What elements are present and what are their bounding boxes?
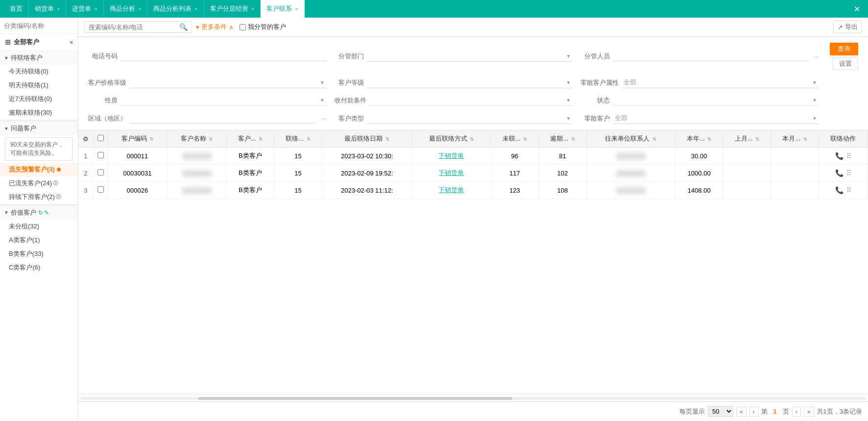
search-input[interactable] <box>89 24 179 31</box>
search-execute-icon[interactable]: 🔍 <box>179 23 188 31</box>
sidebar-item-declining[interactable]: 持续下滑客户(2) ⓪ <box>0 190 78 204</box>
sidebar-item-churned[interactable]: 已流失客户(24) ⓪ <box>0 176 78 190</box>
person-dots-btn[interactable]: ··· <box>814 53 819 60</box>
value-edit-icon[interactable]: ✎ <box>44 209 49 216</box>
table-row: 1 000011 B类客户 15 2023-03-02 10:30: 下销货单 … <box>78 148 868 165</box>
status-select[interactable]: ▼ <box>613 95 819 106</box>
th-last-month[interactable]: 上月... ⇅ <box>723 130 771 148</box>
sidebar-search-input[interactable] <box>4 22 78 29</box>
td-checkbox-1[interactable] <box>93 165 108 182</box>
th-contacts[interactable]: 往来单位联系人 ⇅ <box>586 130 675 148</box>
tab-purchase-order[interactable]: 进货单 × <box>66 0 103 18</box>
th-this-month[interactable]: 本月... ⇅ <box>771 130 819 148</box>
td-method-0[interactable]: 下销货单 <box>412 148 491 165</box>
per-page-select[interactable]: 50 20 100 <box>708 406 733 417</box>
grid-icon: ⊞ <box>5 38 11 46</box>
sidebar-collapse-icon[interactable]: « <box>70 39 73 46</box>
row-checkbox-0[interactable] <box>97 152 104 158</box>
first-page-btn[interactable]: « <box>736 407 747 417</box>
tab-close-purchase-order[interactable]: × <box>94 6 97 12</box>
th-last-contact-method[interactable]: 最后联络方式 ⇅ <box>412 130 491 148</box>
sidebar-item-today-pending[interactable]: 今天待联络(0) <box>0 65 78 78</box>
more-conditions-btn[interactable]: ▾ 更多条件 ∧ <box>196 23 234 31</box>
sidebar-item-churn-warning[interactable]: 流失预警客户(3) <box>0 163 78 176</box>
adv-filter-panel: 电话号码 分管部门 ▼ 分管人员 ··· 查询 设置 <box>78 37 868 130</box>
tab-close-sales-order[interactable]: × <box>57 6 60 12</box>
nature-select[interactable]: ▼ <box>121 95 327 106</box>
sidebar-section-problem[interactable]: ▼ 问题客户 <box>0 122 78 135</box>
sparse-customer-select[interactable]: 全部 ▼ <box>613 113 819 124</box>
sidebar-section-pending[interactable]: ▼ 待联络客户 <box>0 51 78 65</box>
th-gear[interactable]: ⚙ <box>78 130 93 148</box>
sidebar-item-class-c[interactable]: C类客户(6) <box>0 261 78 274</box>
tab-sales-order[interactable]: 销货单 × <box>29 0 66 18</box>
sidebar-item-class-a[interactable]: A类客户(1) <box>0 233 78 247</box>
sidebar-item-ungrouped[interactable]: 未分组(32) <box>0 220 78 233</box>
action-more-icon-1[interactable]: ⠿ <box>846 169 851 177</box>
tab-close-product-analysis-list[interactable]: × <box>194 6 197 12</box>
customer-level-select[interactable]: ▼ <box>367 77 573 88</box>
tab-close-product-analysis[interactable]: × <box>138 6 141 12</box>
sidebar-all-customers[interactable]: ⊞ 全部客户 « <box>0 34 78 51</box>
tab-product-analysis-list[interactable]: 商品分析列表 × <box>147 0 204 18</box>
sidebar-item-class-b[interactable]: B类客户(33) <box>0 247 78 261</box>
horizontal-scrollbar[interactable] <box>78 395 868 401</box>
action-more-icon-2[interactable]: ⠿ <box>846 186 851 194</box>
th-customer-type[interactable]: 客户... ⇅ <box>226 130 274 148</box>
td-method-1[interactable]: 下销货单 <box>412 165 491 182</box>
tab-close-customer-layering[interactable]: × <box>251 6 254 12</box>
scrollbar-track[interactable] <box>80 397 866 400</box>
tab-close-customer-contact[interactable]: × <box>295 6 298 12</box>
row-checkbox-1[interactable] <box>97 169 104 175</box>
tab-home[interactable]: 首页 <box>4 0 29 18</box>
action-phone-icon-1[interactable]: 📞 <box>835 169 844 177</box>
sparse-attr-select[interactable]: 全部 ▼ <box>622 77 819 88</box>
sidebar-item-overdue-pending[interactable]: 逾期未联络(30) <box>0 106 78 120</box>
action-phone-icon-0[interactable]: 📞 <box>835 152 844 160</box>
query-button[interactable]: 查询 <box>830 43 858 55</box>
sidebar-item-tomorrow-pending[interactable]: 明天待联络(1) <box>0 78 78 92</box>
th-contact-num[interactable]: 联络... ⇅ <box>274 130 322 148</box>
row-checkbox-2[interactable] <box>97 186 104 193</box>
scrollbar-thumb[interactable] <box>198 397 513 400</box>
prev-page-btn[interactable]: ‹ <box>749 407 758 417</box>
th-customer-code[interactable]: 客户编码 ⇅ <box>108 130 167 148</box>
tab-customer-contact[interactable]: 客户联系 × <box>261 0 304 18</box>
my-customers-checkbox-wrap[interactable]: 我分管的客户 <box>240 23 286 31</box>
sidebar-item-week-pending[interactable]: 近7天待联络(0) <box>0 92 78 106</box>
select-all-checkbox[interactable] <box>97 135 104 141</box>
td-checkbox-2[interactable] <box>93 182 108 199</box>
main-container: 🔍 ⊞ 全部客户 « ▼ 待联络客户 今天待联络(0) 明天待联络(1) 近7天… <box>0 18 868 421</box>
sparse-customer-arrow: ▼ <box>812 116 817 121</box>
window-close-btn[interactable]: ✕ <box>850 4 864 14</box>
my-customers-checkbox[interactable] <box>240 24 246 30</box>
customer-type-select[interactable]: ▼ <box>367 113 573 124</box>
last-page-btn[interactable]: » <box>804 407 814 417</box>
td-method-2[interactable]: 下销货单 <box>412 182 491 199</box>
tab-product-analysis[interactable]: 商品分析 × <box>104 0 147 18</box>
sidebar-section-value[interactable]: ▼ 价值客户 ↻ ✎ <box>0 206 78 220</box>
tab-customer-layering[interactable]: 客户分层经营 × <box>204 0 261 18</box>
export-btn[interactable]: ↗ 导出 <box>833 21 862 33</box>
value-refresh-icon[interactable]: ↻ <box>38 209 43 216</box>
region-input[interactable] <box>129 114 316 124</box>
settings-button[interactable]: 设置 <box>833 57 858 70</box>
filter-bar: 🔍 ▾ 更多条件 ∧ 我分管的客户 ↗ 导出 <box>78 18 868 37</box>
td-overdue-0: 81 <box>539 148 587 165</box>
td-checkbox-0[interactable] <box>93 148 108 165</box>
th-last-contact-date[interactable]: 最后联络日期 ⇅ <box>322 130 412 148</box>
th-customer-name[interactable]: 客户名称 ⇅ <box>167 130 226 148</box>
action-more-icon-0[interactable]: ⠿ <box>846 152 851 160</box>
dept-select[interactable]: ▼ <box>367 51 573 62</box>
th-unlisted-days[interactable]: 未联... ⇅ <box>491 130 539 148</box>
th-this-year[interactable]: 本年... ⇅ <box>675 130 723 148</box>
th-overdue-days[interactable]: 逾期... ⇅ <box>539 130 587 148</box>
next-page-btn[interactable]: › <box>792 407 801 417</box>
filter-cell-price-level: 客户价格等级 ▼ <box>84 75 331 90</box>
phone-input[interactable] <box>121 51 327 61</box>
payment-select[interactable]: ▼ <box>369 95 573 106</box>
price-level-select[interactable]: ▼ <box>129 77 327 88</box>
action-phone-icon-2[interactable]: 📞 <box>835 186 844 194</box>
person-input[interactable] <box>613 51 809 61</box>
region-dots-btn[interactable]: ··· <box>321 115 327 122</box>
